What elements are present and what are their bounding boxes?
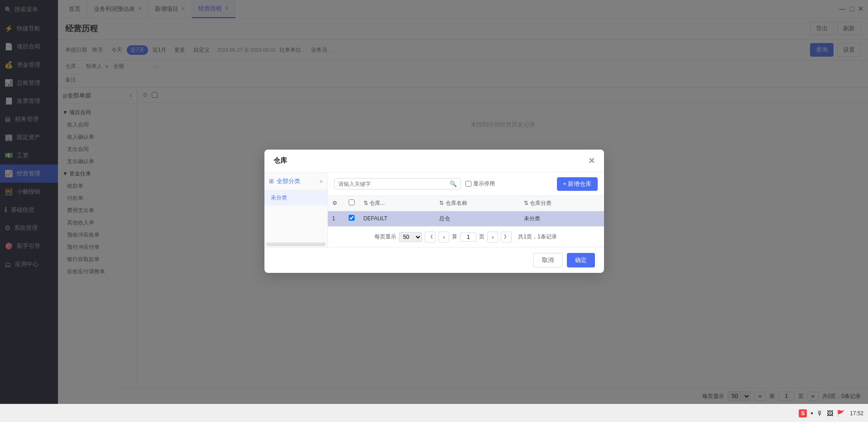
- taskbar-flag-icon[interactable]: 🚩: [837, 410, 844, 417]
- row-num: 1: [328, 211, 344, 226]
- confirm-button[interactable]: 确定: [567, 253, 595, 267]
- cat-scrollbar[interactable]: [266, 243, 326, 246]
- dlg-total-label: 共1页，1条记录: [518, 233, 556, 241]
- row-checkbox[interactable]: [344, 211, 359, 226]
- all-category-label[interactable]: 全部分类: [277, 177, 317, 185]
- search-input[interactable]: [338, 181, 448, 187]
- dlg-page-suffix: 页: [479, 233, 484, 241]
- grid-icon: ⊞: [269, 178, 274, 184]
- dialog-pagination: 每页显示 50 100 《 ‹ 算 页 › 》 共1页，1条记录: [328, 227, 604, 247]
- dialog-body: ⊞ 全部分类 « 未分类 🔍: [264, 173, 604, 247]
- table-panel: 🔍 显示停用 + 新增仓库 ⚙: [328, 173, 604, 247]
- dialog-footer: 取消 确定: [264, 247, 604, 273]
- dlg-last-btn[interactable]: 》: [501, 232, 512, 243]
- cat-item-unclassified[interactable]: 未分类: [264, 190, 327, 205]
- select-all-dialog-checkbox[interactable]: [349, 199, 355, 205]
- search-icon: 🔍: [450, 180, 457, 187]
- row-code: DEFAULT: [359, 211, 435, 226]
- row-category: 未分类: [519, 211, 604, 226]
- taskbar-mic-icon[interactable]: 🎙: [817, 410, 823, 417]
- taskbar: S • 🎙 🖼 🚩 17:52: [0, 404, 868, 422]
- cat-toggle-icon[interactable]: «: [320, 178, 323, 184]
- dialog-close-button[interactable]: ✕: [588, 156, 595, 166]
- warehouse-dialog: 仓库 ✕ ⊞ 全部分类 « 未分类: [264, 150, 604, 273]
- tbl-toolbar: 🔍 显示停用 + 新增仓库: [328, 173, 604, 196]
- cat-header: ⊞ 全部分类 «: [264, 173, 327, 190]
- warehouse-table: ⚙ ⇅ 仓库... ⇅ 仓库名称 ⇅ 仓库分类 1 DEFAULT 总仓 未分类: [328, 196, 604, 227]
- dialog-overlay: 仓库 ✕ ⊞ 全部分类 « 未分类: [0, 0, 868, 422]
- dialog-title: 仓库: [273, 156, 287, 165]
- th-category[interactable]: ⇅ 仓库分类: [519, 196, 604, 211]
- dlg-per-page-label: 每页显示: [374, 233, 396, 241]
- dlg-page-input[interactable]: [460, 233, 476, 242]
- search-box: 🔍: [334, 178, 461, 189]
- th-settings: ⚙: [328, 196, 344, 211]
- row-name: 总仓: [435, 211, 519, 226]
- taskbar-dot-icon[interactable]: •: [810, 409, 813, 417]
- dialog-header: 仓库 ✕: [264, 150, 604, 173]
- tbl-scroll: ⚙ ⇅ 仓库... ⇅ 仓库名称 ⇅ 仓库分类 1 DEFAULT 总仓 未分类: [328, 196, 604, 227]
- dlg-per-page-select[interactable]: 50 100: [399, 232, 422, 242]
- taskbar-s-icon[interactable]: S: [799, 409, 807, 417]
- show-disabled-checkbox[interactable]: [465, 181, 471, 187]
- dlg-first-btn[interactable]: 《: [425, 232, 436, 243]
- cancel-button[interactable]: 取消: [533, 253, 562, 267]
- taskbar-time: 17:52: [850, 410, 863, 417]
- category-panel: ⊞ 全部分类 « 未分类: [264, 173, 328, 247]
- dlg-page-prefix: 算: [452, 233, 457, 241]
- dlg-prev-btn[interactable]: ‹: [438, 232, 449, 243]
- dialog-table-row[interactable]: 1 DEFAULT 总仓 未分类: [328, 211, 604, 226]
- show-disabled-label: 显示停用: [465, 180, 495, 188]
- th-code[interactable]: ⇅ 仓库...: [359, 196, 435, 211]
- cat-scroll: 未分类: [264, 190, 327, 242]
- dlg-next-btn[interactable]: ›: [487, 232, 498, 243]
- add-warehouse-button[interactable]: + 新增仓库: [557, 177, 597, 191]
- th-checkbox: [344, 196, 359, 211]
- th-name[interactable]: ⇅ 仓库名称: [435, 196, 519, 211]
- taskbar-screen-icon[interactable]: 🖼: [827, 410, 833, 417]
